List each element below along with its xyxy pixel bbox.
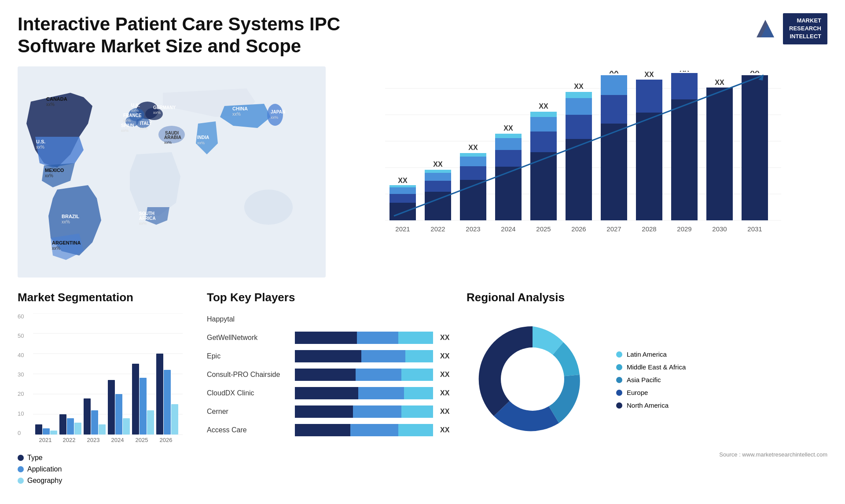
svg-rect-74 (530, 131, 557, 152)
svg-rect-52 (389, 185, 416, 187)
svg-rect-63 (460, 157, 486, 166)
svg-rect-117 (59, 414, 66, 435)
player-xx: XX (440, 371, 453, 379)
svg-text:ARABIA: ARABIA (164, 135, 181, 140)
svg-rect-125 (108, 380, 115, 435)
svg-text:CHINA: CHINA (232, 106, 248, 111)
svg-text:2024: 2024 (111, 437, 124, 443)
donut-chart (467, 313, 599, 447)
regional-title: Regional Analysis (467, 291, 827, 304)
latin-america-color (616, 351, 622, 358)
player-name: GetWellNetwork (207, 334, 290, 342)
europe-color (616, 390, 622, 396)
player-name: Happytal (207, 315, 290, 323)
player-xx: XX (440, 334, 453, 342)
svg-text:XX: XX (503, 124, 513, 132)
svg-rect-79 (566, 139, 592, 220)
svg-text:XX: XX (398, 177, 408, 184)
svg-rect-90 (636, 113, 662, 220)
svg-rect-129 (132, 364, 139, 435)
bar-chart-svg: XX 2021 XX 2022 XX 2023 (348, 71, 819, 256)
bar-seg-2 (353, 405, 401, 418)
logo-area: MARKET RESEARCH INTELLECT (752, 13, 827, 44)
svg-rect-56 (425, 181, 451, 192)
svg-rect-113 (35, 424, 42, 435)
latin-america-label: Latin America (627, 351, 667, 358)
svg-text:2027: 2027 (606, 225, 621, 233)
svg-rect-115 (50, 431, 57, 435)
player-bar (295, 405, 433, 418)
svg-point-137 (501, 347, 564, 411)
svg-text:2029: 2029 (677, 225, 691, 233)
svg-text:2024: 2024 (501, 225, 515, 233)
legend-application: Application (18, 465, 194, 473)
source-text: Source : www.marketresearchintellect.com (467, 451, 827, 458)
svg-rect-135 (171, 404, 178, 435)
svg-text:xx%: xx% (131, 108, 139, 113)
donut-area: Latin America Middle East & Africa Asia … (467, 313, 827, 447)
svg-text:xx%: xx% (232, 112, 241, 117)
svg-point-10 (244, 190, 293, 225)
bar-seg-3 (401, 369, 433, 381)
bar-seg-3 (398, 332, 433, 344)
svg-text:xx%: xx% (164, 140, 172, 145)
svg-rect-67 (495, 167, 522, 220)
header: Interactive Patient Care Systems IPC Sof… (18, 13, 827, 58)
svg-rect-134 (164, 370, 171, 435)
svg-text:JAPAN: JAPAN (271, 110, 285, 114)
player-xx: XX (440, 426, 453, 434)
player-bar (295, 332, 433, 344)
segmentation-section: Market Segmentation 60 50 40 30 20 10 0 (18, 291, 194, 504)
svg-text:xx%: xx% (153, 110, 161, 115)
legend-asia-pacific: Asia Pacific (616, 376, 686, 383)
svg-rect-87 (601, 75, 627, 95)
logo-text: MARKET RESEARCH INTELLECT (783, 13, 827, 44)
asia-pacific-color (616, 377, 622, 383)
svg-text:XX: XX (468, 144, 478, 151)
legend-geography: Geography (18, 477, 194, 485)
svg-text:XX: XX (433, 161, 443, 168)
player-name: Access Care (207, 426, 290, 434)
svg-rect-62 (460, 166, 486, 180)
svg-text:xx%: xx% (36, 145, 44, 150)
key-players-title: Top Key Players (207, 291, 453, 304)
svg-rect-133 (156, 354, 163, 435)
svg-rect-69 (495, 138, 522, 150)
bar-seg-1 (295, 369, 356, 381)
svg-rect-50 (389, 194, 416, 203)
top-section: CANADA xx% U.S. xx% MEXICO xx% BRAZIL xx… (18, 66, 827, 278)
svg-rect-94 (671, 99, 698, 220)
player-row-happytal: Happytal (207, 313, 453, 325)
regional-section: Regional Analysis (467, 291, 827, 504)
player-bar (295, 369, 433, 381)
application-color (18, 466, 24, 472)
player-row-accesscare: Access Care XX (207, 424, 453, 436)
svg-text:xx%: xx% (121, 128, 129, 133)
svg-text:xx%: xx% (123, 118, 131, 123)
svg-text:XX: XX (680, 71, 689, 73)
geography-color (18, 478, 24, 484)
svg-text:2026: 2026 (571, 225, 586, 233)
type-color (18, 455, 24, 461)
svg-text:2030: 2030 (712, 225, 727, 233)
svg-rect-76 (530, 112, 557, 117)
svg-rect-95 (671, 73, 698, 99)
player-row-getwellnetwork: GetWellNetwork XX (207, 332, 453, 344)
svg-rect-70 (495, 134, 522, 138)
bar-seg-2 (356, 369, 401, 381)
svg-text:2021: 2021 (39, 437, 52, 443)
svg-rect-64 (460, 153, 486, 157)
svg-text:xx%: xx% (45, 173, 53, 178)
svg-text:2028: 2028 (642, 225, 656, 233)
page: Interactive Patient Care Systems IPC Sof… (0, 0, 845, 504)
svg-rect-119 (74, 423, 81, 435)
legend-middle-east: Middle East & Africa (616, 363, 686, 371)
svg-text:FRANCE: FRANCE (123, 113, 142, 118)
svg-point-8 (267, 104, 283, 126)
svg-rect-131 (147, 410, 154, 435)
svg-text:xx%: xx% (46, 102, 55, 107)
bar-seg-2 (358, 387, 404, 399)
svg-text:2026: 2026 (160, 437, 173, 443)
svg-rect-80 (566, 115, 592, 139)
key-players-section: Top Key Players Happytal GetWellNetwork … (207, 291, 453, 504)
